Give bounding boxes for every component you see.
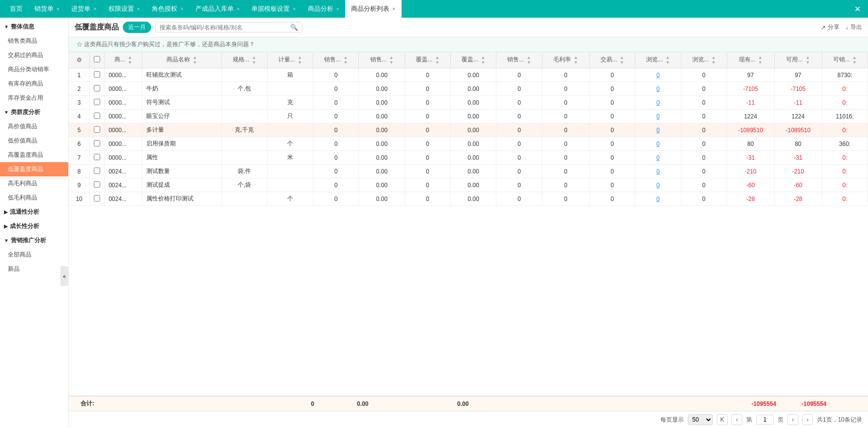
row-checkbox[interactable] — [94, 99, 100, 105]
share-button[interactable]: ↗ 分享 — [821, 23, 840, 31]
select-all-checkbox[interactable] — [94, 56, 100, 62]
nav-product-analysis-list[interactable]: 商品分析列表 × — [345, 0, 401, 18]
th-code[interactable]: 商... ▲▼ — [105, 52, 142, 68]
sidebar-item-high-coverage[interactable]: 高覆盖度商品 — [0, 148, 68, 162]
row-checkbox[interactable] — [94, 71, 100, 78]
nav-close-permission[interactable]: × — [137, 6, 140, 12]
row-browse1[interactable]: 0 — [635, 82, 681, 96]
th-spec[interactable]: 规格... ▲▼ — [221, 52, 267, 68]
sidebar-item-all-goods[interactable]: 全部商品 — [0, 248, 68, 262]
th-settings[interactable]: ⚙ — [69, 52, 90, 68]
period-button[interactable]: 近一月 — [123, 22, 151, 33]
th-cover1[interactable]: 覆盖... ▲▼ — [405, 52, 450, 68]
row-checkbox-cell[interactable] — [90, 178, 105, 192]
first-page-button[interactable]: K — [717, 414, 728, 425]
nav-permission[interactable]: 权限设置 × — [103, 0, 146, 18]
table-row: 7 0000... 属性 米 0 0.00 0 0.00 0 0 0 0 0 -… — [69, 151, 868, 165]
row-checkbox[interactable] — [94, 168, 100, 174]
row-checkbox[interactable] — [94, 85, 100, 91]
row-browse1[interactable]: 0 — [635, 165, 681, 178]
row-browse1[interactable]: 0 — [635, 192, 681, 206]
nav-close-product-warehouse[interactable]: × — [237, 6, 240, 12]
nav-close-product-analysis-list[interactable]: × — [392, 6, 395, 12]
th-name[interactable]: 商品名称 ▲▼ — [142, 52, 221, 68]
sidebar-item-low-coverage[interactable]: 低覆盖度商品 — [0, 162, 68, 176]
th-cover2[interactable]: 覆盖... ▲▼ — [451, 52, 496, 68]
next-page-button[interactable]: › — [787, 414, 798, 425]
row-browse1[interactable]: 0 — [635, 110, 681, 123]
row-checkbox[interactable] — [94, 154, 100, 160]
last-page-button[interactable]: › — [802, 414, 813, 425]
row-checkbox-cell[interactable] — [90, 68, 105, 82]
row-checkbox[interactable] — [94, 140, 100, 146]
th-sales3[interactable]: 销售... ▲▼ — [496, 52, 542, 68]
row-browse1[interactable]: 0 — [635, 68, 681, 82]
window-close-button[interactable]: ✕ — [850, 2, 864, 16]
row-checkbox-cell[interactable] — [90, 151, 105, 165]
row-checkbox-cell[interactable] — [90, 137, 105, 151]
row-checkbox[interactable] — [94, 195, 100, 201]
page-number-input[interactable] — [756, 415, 774, 425]
sidebar-item-traded-goods[interactable]: 交易过的商品 — [0, 48, 68, 62]
row-browse1[interactable]: 0 — [635, 96, 681, 110]
table-row: 10 0024... 属性价格打印测试 个 0 0.00 0 0.00 0 0 … — [69, 192, 868, 206]
nav-product-analysis[interactable]: 商品分析 × — [302, 0, 345, 18]
th-sales2[interactable]: 销售... ▲▼ — [359, 52, 405, 68]
nav-close-product-analysis[interactable]: × — [336, 6, 339, 12]
sidebar-collapse-button[interactable]: « — [60, 266, 68, 286]
sidebar-item-sales-goods[interactable]: 销售类商品 — [0, 34, 68, 48]
page-label: 页 — [778, 416, 784, 424]
row-browse1[interactable]: 0 — [635, 178, 681, 192]
nav-close-sales[interactable]: × — [56, 6, 59, 12]
row-checkbox[interactable] — [94, 181, 100, 188]
sidebar-item-stock-capital[interactable]: 库存资金占用 — [0, 91, 68, 105]
page-size-select[interactable]: 50 20 100 200 — [688, 414, 713, 425]
sidebar-item-low-value[interactable]: 低价值商品 — [0, 134, 68, 148]
export-button[interactable]: ↓ 导出 — [845, 23, 862, 31]
th-gross[interactable]: 毛利率 ▲▼ — [542, 52, 589, 68]
row-sales2: 0.00 — [359, 137, 405, 151]
row-checkbox-cell[interactable] — [90, 82, 105, 96]
nav-sales[interactable]: 销货单 × — [28, 0, 65, 18]
nav-home[interactable]: 首页 — [4, 0, 28, 18]
sidebar-section-liquidity[interactable]: ▶ 流通性分析 — [0, 205, 68, 219]
sidebar-item-new-goods[interactable]: 新品 — [0, 262, 68, 276]
sidebar-section-growth[interactable]: ▶ 成长性分析 — [0, 219, 68, 233]
row-checkbox-cell[interactable] — [90, 96, 105, 110]
sidebar-section-marketing[interactable]: ▼ 营销推广分析 — [0, 233, 68, 248]
th-sales1[interactable]: 销售... ▲▼ — [313, 52, 359, 68]
sidebar-item-low-margin[interactable]: 低毛利商品 — [0, 191, 68, 205]
row-checkbox-cell[interactable] — [90, 110, 105, 123]
th-saleable[interactable]: 可销... ▲▼ — [822, 52, 868, 68]
sidebar-item-category-rate[interactable]: 商品分类动销率 — [0, 62, 68, 77]
th-trade[interactable]: 交易... ▲▼ — [589, 52, 635, 68]
row-browse1[interactable]: 0 — [635, 151, 681, 165]
nav-template[interactable]: 单据模板设置 × — [245, 0, 301, 18]
th-unit[interactable]: 计量... ▲▼ — [267, 52, 313, 68]
row-checkbox-cell[interactable] — [90, 192, 105, 206]
nav-close-template[interactable]: × — [293, 6, 296, 12]
th-browse1[interactable]: 浏览... ▲▼ — [635, 52, 681, 68]
sidebar-section-overall[interactable]: ▼ 整体信息 — [0, 20, 68, 34]
row-checkbox[interactable] — [94, 113, 100, 119]
sidebar-item-with-stock[interactable]: 有库存的商品 — [0, 77, 68, 91]
th-browse2[interactable]: 浏览... ▲▼ — [681, 52, 727, 68]
nav-close-role[interactable]: × — [180, 6, 183, 12]
row-browse1[interactable]: 0 — [635, 123, 681, 137]
th-available[interactable]: 可用... ▲▼ — [774, 52, 822, 68]
row-browse1[interactable]: 0 — [635, 137, 681, 151]
nav-product-warehouse[interactable]: 产成品入库单 × — [190, 0, 245, 18]
sidebar-item-high-value[interactable]: 高价值商品 — [0, 119, 68, 134]
row-checkbox[interactable] — [94, 126, 100, 133]
nav-close-purchase[interactable]: × — [93, 6, 96, 12]
th-checkbox[interactable] — [90, 52, 105, 68]
nav-role[interactable]: 角色授权 × — [146, 0, 189, 18]
prev-page-button[interactable]: ‹ — [732, 414, 742, 425]
sidebar-section-cluster[interactable]: ▼ 类群度分析 — [0, 105, 68, 119]
th-current[interactable]: 现有... ▲▼ — [727, 52, 774, 68]
sidebar-item-high-margin[interactable]: 高毛利商品 — [0, 176, 68, 191]
nav-purchase[interactable]: 进货单 × — [65, 0, 102, 18]
search-input[interactable] — [160, 24, 290, 31]
row-checkbox-cell[interactable] — [90, 165, 105, 178]
row-checkbox-cell[interactable] — [90, 123, 105, 137]
